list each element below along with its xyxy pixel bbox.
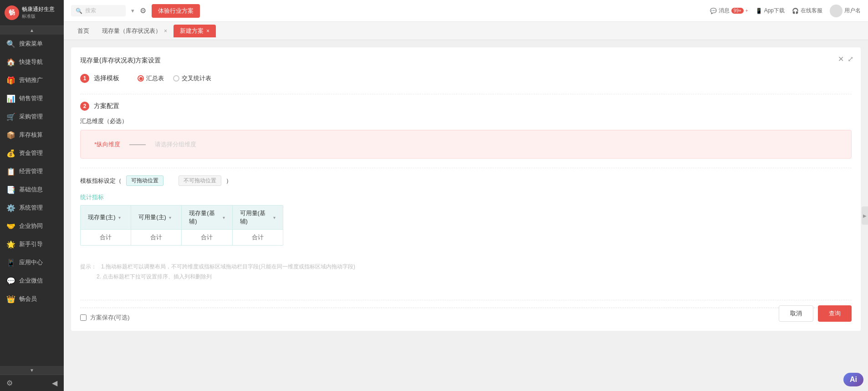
th-label-0: 现存量(主) [88, 213, 116, 221]
tab-inventory-status[interactable]: 现存量（库存状况表） × [96, 24, 174, 38]
sidebar-item-label: 销售管理 [19, 94, 43, 103]
indicators-setting: 模板指标设定（ 可拖动位置 不可拖动位置 ） [80, 175, 852, 186]
sidebar-item-inventory[interactable]: 📦 库存核算 [0, 126, 64, 144]
search-box[interactable]: 🔍 搜索 [71, 5, 126, 16]
radio-cross-dot [173, 75, 179, 82]
clipboard-icon: 📋 [6, 167, 15, 176]
chat-icon: 💬 [6, 276, 15, 285]
td-cell-0-1: 合计 [131, 230, 182, 245]
logo-text: 畅康通好生意 标准版 [22, 6, 55, 20]
mobile-icon: 📱 [6, 258, 15, 267]
phone-icon: 📱 [756, 8, 762, 14]
trial-button[interactable]: 体验行业方案 [152, 4, 200, 18]
save-label: 方案保存(可选) [90, 314, 130, 322]
sidebar-item-app-center[interactable]: 📱 应用中心 [0, 253, 64, 272]
ai-badge[interactable]: Ai [843, 373, 863, 386]
indicators-close-text: ） [226, 177, 232, 185]
sidebar-item-label: 畅会员 [19, 295, 37, 303]
collapse-icon[interactable]: ◀ [52, 379, 57, 387]
sidebar-item-enterprise[interactable]: 🤝 企业协同 [0, 217, 64, 235]
sidebar-scroll-down[interactable]: ▼ [0, 366, 64, 375]
settings-bottom-icon[interactable]: ⚙ [6, 379, 13, 387]
cancel-button[interactable]: 取消 [779, 305, 813, 322]
step1-section: 1 选择模板 汇总表 交叉统计表 [80, 74, 852, 83]
topbar-right: 💬 消息 99+ + 📱 App下载 🎧 在线客服 用户名 [710, 5, 861, 17]
dimension-dash: —— [129, 139, 146, 149]
tab-new-plan[interactable]: 新建方案 × [174, 25, 216, 37]
plus-indicator: + [745, 8, 748, 13]
template-radio-group: 汇总表 交叉统计表 [138, 74, 211, 82]
search-placeholder: 搜索 [85, 7, 96, 15]
radio-summary-label: 汇总表 [146, 74, 164, 82]
messages-button[interactable]: 💬 消息 99+ + [710, 7, 748, 15]
table-header-row: 现存量(主) ▾ 可用量(主) ▾ 现存量(基辅) ▾ 可用量(基辅) [81, 206, 283, 230]
sidebar-item-newcomer[interactable]: 🌟 新手引导 [0, 235, 64, 253]
query-button[interactable]: 查询 [818, 305, 852, 322]
sidebar-scroll-up[interactable]: ▲ [0, 26, 64, 35]
right-expand-button[interactable]: ▶ [862, 206, 868, 225]
step1-header: 1 选择模板 汇总表 交叉统计表 [80, 74, 852, 83]
sidebar-item-member[interactable]: 👑 畅会员 [0, 290, 64, 308]
logo-icon: 畅 [5, 5, 19, 20]
sidebar-item-label: 企业微信 [19, 277, 43, 285]
dropdown-arrow[interactable]: ▾ [131, 7, 134, 14]
tips-section: 提示： 1.拖动标题栏可以调整布局，不可跨维度或指标区域拖动栏目字段(只能在同一… [80, 262, 852, 282]
app-download-button[interactable]: 📱 App下载 [756, 7, 785, 15]
sidebar-item-label: 系统管理 [19, 204, 43, 212]
sidebar-item-search-menu[interactable]: 🔍 搜索菜单 [0, 35, 64, 53]
sidebar-item-label: 采购管理 [19, 113, 43, 121]
bottom-bar: 取消 查询 [779, 305, 852, 322]
tab-home[interactable]: 首页 [71, 24, 96, 38]
th-cell-3[interactable]: 可用量(基辅) ▾ [233, 206, 283, 229]
sidebar-item-wechat[interactable]: 💬 企业微信 [0, 272, 64, 290]
sidebar-item-purchase[interactable]: 🛒 采购管理 [0, 108, 64, 126]
sidebar-item-sales[interactable]: 📊 销售管理 [0, 89, 64, 108]
save-checkbox[interactable] [80, 314, 87, 321]
online-service-button[interactable]: 🎧 在线客服 [792, 7, 822, 15]
sidebar-item-label: 库存核算 [19, 131, 43, 139]
sidebar-item-label: 营销推广 [19, 76, 43, 84]
indicator-table-wrapper: 现存量(主) ▾ 可用量(主) ▾ 现存量(基辅) ▾ 可用量(基辅) [80, 205, 283, 246]
no-drag-badge: 不可拖动位置 [179, 175, 221, 186]
tab-new-plan-close[interactable]: × [206, 28, 209, 34]
expand-panel-button[interactable]: ⤢ [848, 55, 853, 63]
step2-section: 2 方案配置 汇总维度（必选） *纵向维度 —— 请选择分组维度 模板指标设定（ [80, 102, 852, 282]
sidebar-item-marketing[interactable]: 🎁 营销推广 [0, 71, 64, 89]
gift-icon: 🎁 [6, 76, 15, 85]
home-icon: 🏠 [6, 57, 15, 67]
sidebar-item-quick-nav[interactable]: 🏠 快捷导航 [0, 53, 64, 71]
handshake-icon: 🤝 [6, 221, 15, 231]
user-menu[interactable]: 用户名 [830, 5, 861, 17]
divider1 [80, 94, 852, 94]
sidebar-item-operations[interactable]: 📋 经营管理 [0, 162, 64, 180]
radio-summary[interactable]: 汇总表 [138, 74, 164, 82]
search-icon: 🔍 [76, 8, 82, 14]
radio-summary-dot [138, 75, 144, 82]
th-cell-0[interactable]: 现存量(主) ▾ [81, 206, 131, 229]
chevron-0[interactable]: ▾ [118, 215, 121, 220]
sidebar-item-basic-info[interactable]: 📑 基础信息 [0, 180, 64, 199]
chevron-2[interactable]: ▾ [223, 215, 225, 220]
table-data-row-0: 合计 合计 合计 合计 [81, 230, 283, 245]
th-cell-1[interactable]: 可用量(主) ▾ [131, 206, 182, 229]
settings-icon: ⚙️ [6, 203, 15, 212]
sidebar-item-finance[interactable]: 💰 资金管理 [0, 144, 64, 162]
chevron-3[interactable]: ▾ [273, 215, 276, 220]
radio-cross[interactable]: 交叉统计表 [173, 74, 211, 82]
th-label-1: 可用量(主) [138, 213, 166, 221]
message-badge: 99+ [731, 8, 744, 14]
tab-inventory-close[interactable]: × [164, 28, 167, 34]
sidebar-item-label: 搜索菜单 [19, 40, 43, 48]
chevron-1[interactable]: ▾ [169, 215, 171, 220]
tip2: 2. 点击标题栏下拉可设置排序、插入列和删除列 [97, 272, 852, 282]
avatar [830, 5, 842, 17]
divider2 [80, 168, 852, 168]
search-icon: 🔍 [6, 39, 15, 48]
tips-title: 提示： 1.拖动标题栏可以调整布局，不可跨维度或指标区域拖动栏目字段(只能在同一… [80, 262, 852, 272]
th-cell-2[interactable]: 现存量(基辅) ▾ [182, 206, 232, 229]
crown-icon: 👑 [6, 294, 15, 304]
close-panel-button[interactable]: ✕ [838, 55, 844, 63]
step1-num: 1 [80, 74, 89, 83]
sidebar-item-system[interactable]: ⚙️ 系统管理 [0, 199, 64, 217]
topbar-settings-icon[interactable]: ⚙ [140, 6, 146, 15]
